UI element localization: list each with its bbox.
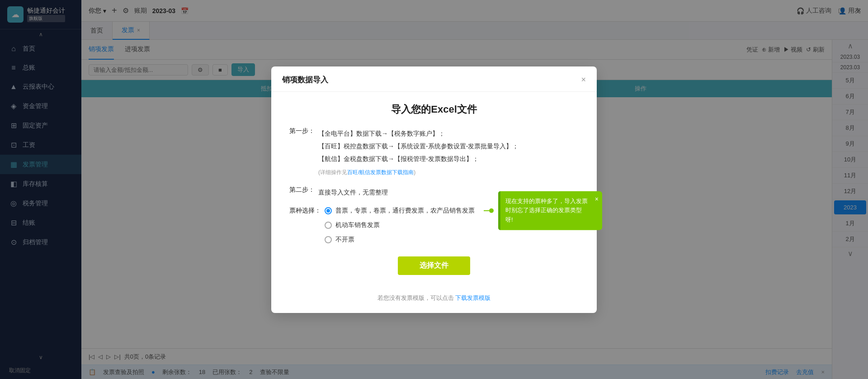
step1-line-3: 【航信】金税盘数据下载→【报税管理-发票数据导出】； [318, 152, 519, 165]
select-file-button[interactable]: 选择文件 [398, 256, 470, 275]
tooltip-close-button[interactable]: × [595, 194, 599, 204]
ticket-label: 票种选择： [289, 207, 321, 244]
step1-guide-link[interactable]: 百旺/航信发票数据下载指南 [347, 169, 414, 175]
radio-motor[interactable] [325, 222, 332, 229]
modal-header: 销项数据导入 × [271, 66, 597, 92]
ticket-option-common: 普票，专票，卷票，通行费发票，农产品销售发票 现在支持的票种多了，导入发票时别忘… [325, 207, 475, 215]
modal-footer: 若您没有发票模版，可以点击 下载发票模版 [271, 289, 597, 313]
modal-big-title: 导入您的Excel文件 [289, 103, 579, 116]
modal-close-button[interactable]: × [581, 75, 586, 85]
step1-note-prefix: (详细操作见 [318, 169, 347, 175]
tooltip-box: 现在支持的票种多了，导入发票时别忘了选择正确的发票类型呀! × [498, 191, 602, 230]
radio-common-label: 普票，专票，卷票，通行费发票，农产品销售发票 [335, 207, 475, 215]
tooltip-text: 现在支持的票种多了，导入发票时别忘了选择正确的发票类型呀! [505, 197, 588, 223]
download-template-link[interactable]: 下载发票模版 [455, 294, 491, 301]
step1-content: 【全电平台】数据下载→【税务数字账户】； 【百旺】税控盘数据下载→【系统设置-系… [318, 127, 519, 178]
radio-motor-label: 机动车销售发票 [335, 221, 380, 229]
modal-overlay[interactable]: 销项数据导入 × 导入您的Excel文件 第一步： 【全电平台】数据下载→【税务… [0, 0, 868, 379]
ticket-option-motor: 机动车销售发票 [325, 221, 475, 229]
modal-body: 导入您的Excel文件 第一步： 【全电平台】数据下载→【税务数字账户】； 【百… [271, 92, 597, 289]
radio-common[interactable] [325, 207, 332, 214]
modal-title: 销项数据导入 [282, 75, 328, 85]
step1-note: (详细操作见百旺/航信发票数据下载指南) [318, 167, 519, 178]
step1-note-suffix: ) [414, 169, 415, 175]
modal-footer-text: 若您没有发票模版，可以点击 [377, 294, 454, 301]
ticket-selection: 票种选择： 普票，专票，卷票，通行费发票，农产品销售发票 现在支持的票种多了，导 [289, 207, 579, 244]
step1-line-2: 【百旺】税控盘数据下载→【系统设置-系统参数设置-发票批量导入】； [318, 140, 519, 152]
step2-label: 第二步： [289, 186, 315, 199]
radio-none[interactable] [325, 236, 332, 243]
step1-label: 第一步： [289, 127, 315, 178]
import-modal: 销项数据导入 × 导入您的Excel文件 第一步： 【全电平台】数据下载→【税务… [271, 66, 597, 313]
radio-none-label: 不开票 [335, 236, 354, 244]
step1-line-1: 【全电平台】数据下载→【税务数字账户】； [318, 127, 519, 140]
ticket-option-none: 不开票 [325, 236, 475, 244]
step2-content: 直接导入文件，无需整理 [318, 186, 388, 199]
ticket-radio-group: 普票，专票，卷票，通行费发票，农产品销售发票 现在支持的票种多了，导入发票时别忘… [325, 207, 475, 244]
step-1: 第一步： 【全电平台】数据下载→【税务数字账户】； 【百旺】税控盘数据下载→【系… [289, 127, 579, 178]
